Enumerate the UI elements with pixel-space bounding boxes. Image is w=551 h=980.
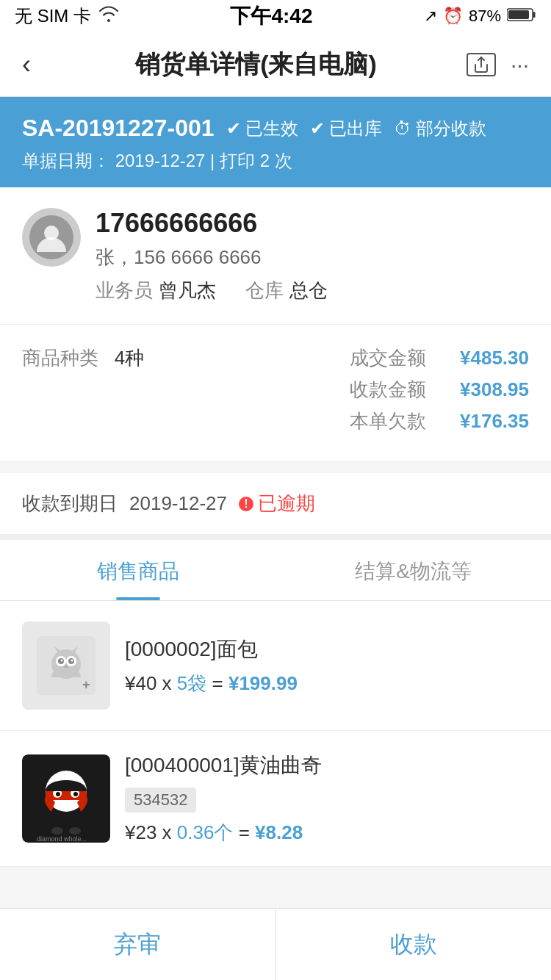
overdue-text: 已逾期 bbox=[258, 491, 315, 516]
bread-equals: = bbox=[212, 672, 228, 694]
received-value: ¥308.95 bbox=[441, 378, 529, 401]
share-button[interactable] bbox=[467, 53, 496, 76]
svg-rect-1 bbox=[533, 12, 535, 18]
summary-left: 商品种类 4种 bbox=[22, 345, 144, 377]
product-price-cookie: ¥23 x 0.36个 = ¥8.28 bbox=[125, 820, 529, 846]
summary-right: 成交金额 ¥485.30 收款金额 ¥308.95 本单欠款 ¥176.35 bbox=[350, 345, 529, 440]
sales-info: 业务员 曾凡杰 bbox=[96, 278, 216, 303]
header-meta: 单据日期： 2019-12-27 | 打印 2 次 bbox=[22, 149, 529, 173]
status-effected-label: 已生效 bbox=[245, 117, 298, 140]
product-name-cookie: [000400001]黄油曲奇 bbox=[125, 752, 529, 779]
product-name-bread: [0000002]面包 bbox=[125, 635, 529, 663]
carrier-text: 无 SIM 卡 bbox=[15, 4, 91, 28]
overdue-icon: ! bbox=[239, 497, 253, 511]
meta-date-label: 单据日期： bbox=[22, 151, 110, 170]
tab2-label: 结算&物流等 bbox=[355, 560, 472, 583]
customer-meta: 业务员 曾凡杰 仓库 总仓 bbox=[96, 278, 529, 303]
overdue-badge: ! 已逾期 bbox=[239, 491, 315, 516]
product-item-cookie: diamond whole... [000400001]黄油曲奇 534532 … bbox=[0, 731, 551, 867]
header-banner: SA-20191227-001 ✔ 已生效 ✔ 已出库 ⏱ 部分收款 单据日期：… bbox=[0, 97, 551, 187]
status-left: 无 SIM 卡 bbox=[15, 4, 119, 28]
check-icon-1: ✔ bbox=[226, 118, 241, 139]
bread-base-price: ¥40 x bbox=[125, 672, 177, 694]
warehouse-value: 总仓 bbox=[289, 278, 328, 303]
customer-section: 17666666666 张，156 6666 6666 业务员 曾凡杰 仓库 总… bbox=[0, 187, 551, 325]
battery-text: 87% bbox=[469, 7, 501, 26]
owed-label: 本单欠款 bbox=[350, 408, 426, 434]
nav-actions: ··· bbox=[467, 52, 529, 77]
collect-payment-button[interactable]: 收款 bbox=[276, 909, 552, 980]
meta-print-count: 2 bbox=[260, 151, 270, 170]
back-button[interactable]: ‹ bbox=[22, 49, 46, 80]
avatar-inner bbox=[29, 215, 73, 259]
product-image-cookie: diamond whole... bbox=[22, 754, 110, 843]
cookie-total: ¥8.28 bbox=[255, 821, 303, 843]
order-row: SA-20191227-001 ✔ 已生效 ✔ 已出库 ⏱ 部分收款 bbox=[22, 115, 529, 142]
cookie-qty: 0.36个 bbox=[177, 821, 234, 843]
meta-print-unit: 次 bbox=[275, 151, 292, 170]
tab-settlement[interactable]: 结算&物流等 bbox=[276, 540, 551, 600]
received-row: 收款金额 ¥308.95 bbox=[350, 377, 529, 403]
status-partial: ⏱ 部分收款 bbox=[394, 117, 486, 140]
deal-amount-row: 成交金额 ¥485.30 bbox=[350, 345, 529, 371]
due-date-label: 收款到期日 bbox=[22, 491, 118, 516]
order-number: SA-20191227-001 bbox=[22, 115, 215, 142]
bread-placeholder: + bbox=[22, 621, 110, 710]
clock-icon: ⏱ bbox=[394, 118, 411, 139]
bottom-bar: 弃审 收款 bbox=[0, 908, 551, 980]
meta-separator: | bbox=[210, 151, 220, 170]
bread-qty: 5袋 bbox=[177, 672, 206, 694]
svg-point-11 bbox=[61, 660, 63, 662]
status-bar: 无 SIM 卡 下午4:42 ↗ ⏰ 87% bbox=[0, 0, 551, 32]
svg-point-22 bbox=[56, 792, 60, 796]
customer-phone-display: 17666666666 bbox=[96, 208, 529, 239]
tab1-label: 销售商品 bbox=[97, 560, 179, 583]
svg-point-25 bbox=[69, 827, 81, 835]
svg-rect-2 bbox=[508, 10, 529, 19]
alarm-icon: ⏰ bbox=[443, 7, 463, 26]
meta-print-label: 打印 bbox=[220, 151, 255, 170]
due-date-section: 收款到期日 2019-12-27 ! 已逾期 bbox=[0, 473, 551, 540]
product-info-bread: [0000002]面包 ¥40 x 5袋 = ¥199.99 bbox=[125, 635, 529, 696]
status-partial-label: 部分收款 bbox=[416, 117, 486, 140]
customer-name-phone: 张，156 6666 6666 bbox=[96, 245, 529, 270]
svg-point-23 bbox=[73, 792, 78, 796]
received-label: 收款金额 bbox=[350, 377, 426, 403]
nav-bar: ‹ 销货单详情(来自电脑) ··· bbox=[0, 32, 551, 97]
svg-text:+: + bbox=[82, 677, 90, 692]
avatar bbox=[22, 208, 81, 267]
tab-sales-products[interactable]: 销售商品 bbox=[0, 540, 276, 600]
sales-value: 曾凡杰 bbox=[159, 278, 216, 303]
page-title: 销货单详情(来自电脑) bbox=[46, 48, 467, 82]
status-shipped: ✔ 已出库 bbox=[310, 117, 382, 140]
cookie-equals: = bbox=[239, 821, 255, 843]
due-date-value: 2019-12-27 bbox=[129, 492, 227, 515]
wifi-icon bbox=[98, 6, 119, 26]
owed-value: ¥176.35 bbox=[441, 410, 529, 433]
tabs-section: 销售商品 结算&物流等 bbox=[0, 540, 551, 601]
product-type-label: 商品种类 bbox=[22, 347, 98, 369]
product-item: + [0000002]面包 ¥40 x 5袋 = ¥199.99 bbox=[0, 601, 551, 731]
product-sku-badge: 534532 bbox=[125, 788, 196, 813]
status-shipped-label: 已出库 bbox=[329, 117, 382, 140]
summary-section: 商品种类 4种 成交金额 ¥485.30 收款金额 ¥308.95 本单欠款 ¥… bbox=[0, 325, 551, 461]
battery-icon bbox=[507, 6, 536, 26]
cookie-base-price: ¥23 x bbox=[125, 821, 177, 843]
status-effected: ✔ 已生效 bbox=[226, 117, 298, 140]
svg-point-24 bbox=[51, 827, 63, 835]
deal-amount-value: ¥485.30 bbox=[441, 347, 529, 370]
customer-info: 17666666666 张，156 6666 6666 业务员 曾凡杰 仓库 总… bbox=[96, 208, 529, 303]
bread-total: ¥199.99 bbox=[228, 672, 298, 694]
svg-point-12 bbox=[71, 660, 73, 662]
warehouse-label: 仓库 bbox=[245, 278, 284, 303]
cancel-review-button[interactable]: 弃审 bbox=[0, 909, 276, 980]
product-image-bread: + bbox=[22, 621, 110, 710]
product-type-value: 4种 bbox=[115, 347, 144, 369]
product-info-cookie: [000400001]黄油曲奇 534532 ¥23 x 0.36个 = ¥8.… bbox=[125, 752, 529, 846]
meta-date-value: 2019-12-27 bbox=[115, 151, 206, 170]
owed-row: 本单欠款 ¥176.35 bbox=[350, 408, 529, 434]
more-button[interactable]: ··· bbox=[511, 52, 529, 77]
warehouse-info: 仓库 总仓 bbox=[245, 278, 328, 303]
products-section: + [0000002]面包 ¥40 x 5袋 = ¥199.99 bbox=[0, 601, 551, 867]
check-icon-2: ✔ bbox=[310, 118, 325, 139]
